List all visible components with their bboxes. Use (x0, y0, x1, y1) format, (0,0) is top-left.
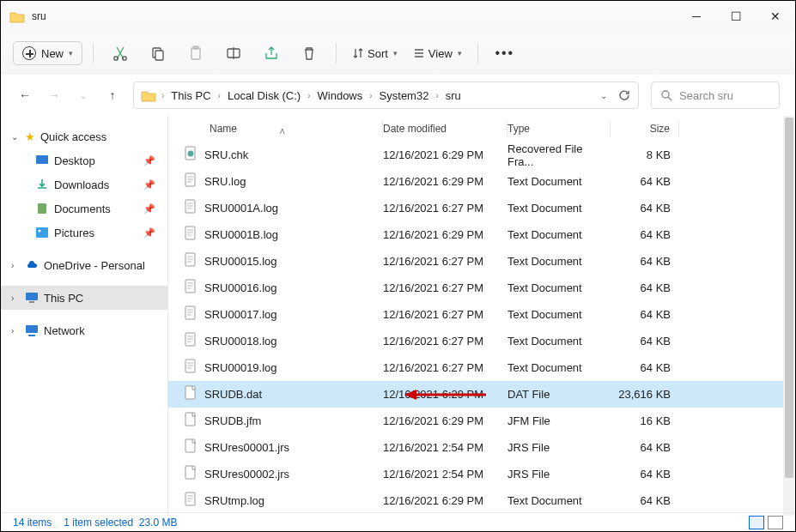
file-row[interactable]: SRU0001A.log12/16/2021 6:27 PMText Docum… (168, 195, 795, 221)
folder-icon (9, 9, 25, 23)
file-type: Text Document (507, 202, 611, 215)
sidebar-documents[interactable]: Documents📌 (1, 196, 167, 221)
search-icon (660, 89, 672, 101)
paste-button[interactable] (179, 39, 212, 67)
file-size: 64 KB (611, 494, 679, 507)
file-row[interactable]: SRU.chk12/16/2021 6:29 PMRecovered File … (168, 142, 795, 168)
file-row[interactable]: SRU00017.log12/16/2021 6:27 PMText Docum… (168, 301, 795, 328)
file-name: SRU00018.log (204, 335, 277, 348)
file-name: SRUtmp.log (204, 494, 264, 507)
address-bar[interactable]: › This PC › Local Disk (C:) › Windows › … (133, 82, 639, 109)
file-size: 64 KB (611, 361, 679, 374)
file-icon (184, 252, 197, 270)
file-icon (184, 226, 197, 244)
sidebar-this-pc[interactable]: ›This PC (1, 286, 167, 310)
column-date[interactable]: Date modified (383, 120, 507, 137)
file-type: Text Document (507, 308, 611, 321)
file-icon (184, 172, 197, 190)
file-row[interactable]: SRUDB.jfm12/16/2021 6:29 PMJFM File16 KB (168, 408, 795, 434)
file-date: 12/16/2021 6:27 PM (383, 335, 507, 348)
sidebar-downloads[interactable]: Downloads📌 (1, 172, 167, 196)
file-icon (184, 412, 197, 430)
copy-button[interactable] (142, 39, 174, 67)
rename-button[interactable] (217, 39, 250, 67)
new-button[interactable]: New ▾ (13, 41, 82, 65)
sort-button[interactable]: Sort ▾ (347, 47, 403, 60)
delete-button[interactable] (293, 39, 325, 67)
chevron-down-icon: ▾ (69, 49, 73, 57)
chevron-down-icon: ▾ (458, 49, 462, 57)
file-row[interactable]: SRUres00001.jrs12/16/2021 2:54 PMJRS Fil… (168, 434, 795, 461)
sidebar-onedrive[interactable]: ›OneDrive - Personal (1, 253, 167, 277)
details-view-button[interactable] (749, 516, 764, 529)
more-button[interactable]: ••• (489, 39, 521, 67)
column-size[interactable]: Size (611, 120, 679, 137)
back-button[interactable]: ← (16, 88, 33, 102)
cloud-icon (25, 260, 39, 270)
breadcrumb-item[interactable]: sru (444, 89, 463, 102)
file-type: Text Document (507, 255, 611, 268)
file-date: 12/16/2021 6:27 PM (383, 308, 507, 321)
sort-label: Sort (368, 47, 388, 60)
svg-rect-28 (185, 413, 195, 426)
breadcrumb-item[interactable]: Local Disk (C:) (226, 89, 302, 102)
file-row[interactable]: SRUtmp.log12/16/2021 6:29 PMText Documen… (168, 487, 795, 514)
file-row[interactable]: SRUDB.dat12/16/2021 6:29 PMDAT File23,61… (168, 381, 795, 408)
sidebar-network[interactable]: ›Network (1, 318, 167, 342)
file-name: SRU0001A.log (204, 202, 278, 215)
file-row[interactable]: SRU00019.log12/16/2021 6:27 PMText Docum… (168, 354, 795, 381)
column-type[interactable]: Type (507, 120, 611, 137)
refresh-button[interactable] (617, 88, 631, 102)
sidebar-desktop[interactable]: Desktop📌 (1, 148, 167, 172)
maximize-button[interactable]: ☐ (716, 1, 756, 32)
minimize-button[interactable]: ─ (677, 1, 716, 32)
svg-rect-14 (26, 325, 38, 333)
breadcrumb-item[interactable]: Windows (316, 89, 365, 102)
status-items: 14 items (13, 517, 52, 529)
cut-button[interactable] (104, 39, 137, 67)
svg-rect-29 (185, 439, 195, 452)
up-button[interactable]: ↑ (104, 88, 121, 102)
file-name: SRU.log (204, 175, 246, 188)
file-icon (184, 146, 197, 164)
search-box[interactable]: Search sru (651, 82, 780, 109)
close-button[interactable]: ✕ (756, 1, 795, 32)
breadcrumb-item[interactable]: System32 (378, 89, 431, 102)
pin-icon: 📌 (143, 203, 155, 215)
file-icon (184, 359, 197, 377)
chevron-right-icon: › (304, 91, 313, 100)
file-icon (184, 199, 197, 217)
file-icon (184, 385, 197, 403)
forward-button[interactable]: → (46, 88, 63, 102)
file-type: Text Document (507, 228, 611, 241)
file-size: 64 KB (611, 175, 679, 188)
scrollbar-thumb[interactable] (785, 118, 793, 478)
view-button[interactable]: View ▾ (408, 47, 467, 60)
file-icon (184, 465, 197, 483)
file-row[interactable]: SRU0001B.log12/16/2021 6:29 PMText Docum… (168, 221, 795, 248)
file-type: Text Document (507, 175, 611, 188)
svg-point-11 (39, 230, 41, 233)
file-type: Text Document (507, 494, 611, 507)
file-row[interactable]: SRU00016.log12/16/2021 6:27 PMText Docum… (168, 275, 795, 301)
file-size: 64 KB (611, 308, 679, 321)
column-name[interactable]: Nameᐱ (168, 120, 383, 137)
recent-button[interactable]: ⌄ (75, 91, 92, 100)
file-row[interactable]: SRU00018.log12/16/2021 6:27 PMText Docum… (168, 328, 795, 354)
file-date: 12/16/2021 6:29 PM (383, 388, 507, 401)
sidebar-pictures[interactable]: Pictures📌 (1, 221, 167, 245)
pictures-icon (35, 227, 49, 239)
share-button[interactable] (255, 39, 288, 67)
sidebar-quick-access[interactable]: ⌄★Quick access (1, 124, 167, 148)
breadcrumb-item[interactable]: This PC (169, 89, 212, 102)
file-row[interactable]: SRU.log12/16/2021 6:29 PMText Document64… (168, 168, 795, 195)
file-row[interactable]: SRU00015.log12/16/2021 6:27 PMText Docum… (168, 248, 795, 275)
file-row[interactable]: SRUres00002.jrs12/16/2021 2:54 PMJRS Fil… (168, 461, 795, 487)
addr-dropdown-button[interactable]: ⌄ (600, 91, 607, 100)
file-size: 64 KB (611, 202, 679, 215)
file-size: 8 KB (611, 148, 679, 161)
sidebar-label: OneDrive - Personal (44, 259, 145, 272)
thumbnails-view-button[interactable] (768, 516, 783, 529)
scrollbar[interactable] (783, 116, 795, 516)
sidebar-label: Quick access (40, 130, 106, 143)
